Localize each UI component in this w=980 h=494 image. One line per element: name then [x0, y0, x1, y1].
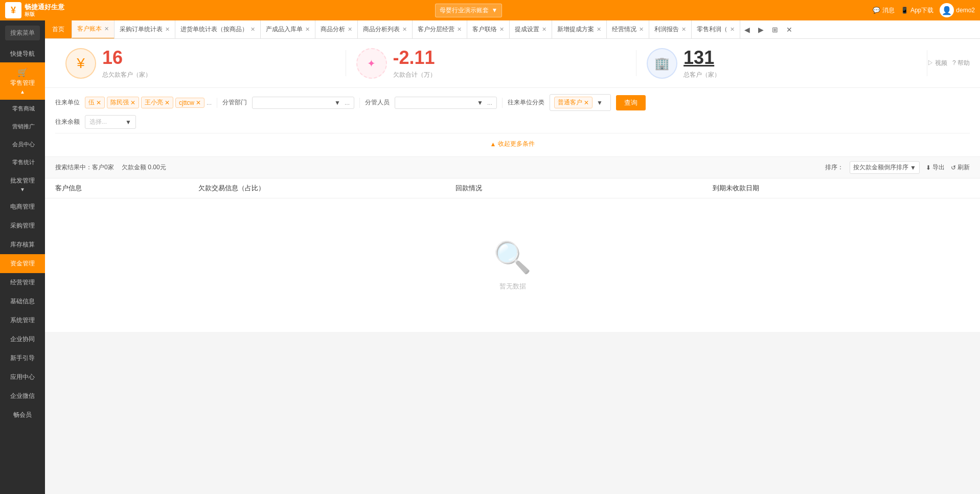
user-profile-btn[interactable]: 👤 demo2 — [940, 3, 975, 17]
tab-profit-report[interactable]: 利润报告 ✕ — [649, 20, 692, 39]
dept-more[interactable]: ... — [345, 99, 350, 106]
logo-area: ¥ 畅捷通好生意 标版 — [5, 2, 64, 18]
tab-close-new-raise[interactable]: ✕ — [597, 26, 601, 33]
sidebar-item-basic-info[interactable]: 基础信息 — [0, 292, 45, 311]
sidebar-item-label-operation: 经营管理 — [10, 278, 35, 287]
tab-close-operation[interactable]: ✕ — [639, 26, 644, 33]
tab-close-stock[interactable]: ✕ — [250, 26, 255, 33]
sidebar-item-new-guide[interactable]: 新手引导 — [0, 349, 45, 368]
tab-product-analysis-list[interactable]: 商品分析列表 ✕ — [358, 20, 413, 39]
customers-icon-symbol: ¥ — [77, 55, 85, 72]
stat-icon-total: 🏢 — [647, 48, 677, 79]
tab-close-customer-account[interactable]: ✕ — [104, 26, 109, 32]
tab-home[interactable]: 首页 — [45, 20, 72, 39]
tab-retail-profit[interactable]: 零售利润（ ✕ — [692, 20, 740, 39]
tab-expand-btn[interactable]: ⊞ — [768, 26, 782, 34]
tag-wu-text: 伍 — [88, 98, 95, 107]
tab-operation-status[interactable]: 经营情况 ✕ — [607, 20, 649, 39]
sidebar-item-batch-mgmt[interactable]: 批发管理 ▼ — [0, 171, 45, 197]
sidebar-item-label-collab: 企业协同 — [10, 335, 35, 344]
sort-select[interactable]: 按欠款金额倒序排序 ▼ — [850, 161, 920, 174]
tab-prev-btn[interactable]: ◀ — [740, 26, 754, 34]
sidebar-item-retail-mall[interactable]: 零售商城 — [0, 100, 45, 118]
sidebar-item-retail-stats[interactable]: 零售统计 — [0, 153, 45, 171]
sidebar-item-enterprise-collab[interactable]: 企业协同 — [0, 330, 45, 349]
tab-close-product[interactable]: ✕ — [305, 26, 310, 33]
refresh-label: 刷新 — [958, 163, 970, 172]
sidebar-item-purchase[interactable]: 采购管理 — [0, 216, 45, 235]
tab-product-stock-in[interactable]: 产成品入库单 ✕ — [261, 20, 315, 39]
query-btn[interactable]: 查询 — [616, 95, 646, 110]
tag-wu-remove[interactable]: ✕ — [96, 99, 101, 106]
tab-close-analysis[interactable]: ✕ — [348, 26, 352, 33]
collapse-btn[interactable]: ▲ 收起更多条件 — [485, 138, 540, 150]
logo-text: 畅捷通好生意 标版 — [25, 3, 64, 17]
tab-raise-settings[interactable]: 提成设置 ✕ — [510, 20, 552, 39]
stat-block-total-customers: 🏢 131 总客户（家） — [636, 47, 927, 79]
app-download-btn[interactable]: 📱 App下载 — [901, 6, 933, 15]
tab-close-contact[interactable]: ✕ — [499, 26, 504, 33]
tab-new-raise-plan[interactable]: 新增提成方案 ✕ — [552, 20, 607, 39]
stat-video-help: ▷ 视频 ? 帮助 — [927, 59, 970, 68]
balance-select[interactable]: 选择... ▼ — [85, 115, 136, 129]
tab-analysis-list-label: 商品分析列表 — [363, 25, 400, 34]
tag-cjttcw-remove[interactable]: ✕ — [196, 99, 201, 106]
tab-close-retail-profit[interactable]: ✕ — [730, 26, 735, 33]
message-btn[interactable]: 💬 消息 — [873, 6, 895, 15]
stat-block-customers: ¥ 16 总欠款客户（家） — [55, 47, 346, 79]
tag-chen-remove[interactable]: ✕ — [130, 99, 135, 106]
tab-stock-stats[interactable]: 进货单统计表（按商品） ✕ — [175, 20, 261, 39]
sidebar-item-app-center[interactable]: 应用中心 — [0, 368, 45, 387]
unit-class-select[interactable]: 普通客户 ✕ ▼ — [550, 94, 611, 111]
tag-wang-remove[interactable]: ✕ — [165, 99, 170, 106]
unit-class-tag: 普通客户 ✕ — [554, 97, 592, 108]
dept-select[interactable]: ▼ ... — [252, 97, 354, 109]
tab-customer-account-label: 客户账本 — [77, 25, 102, 33]
sidebar-item-enterprise-wechat[interactable]: 企业微信 — [0, 387, 45, 406]
owe-icon-symbol: ✦ — [367, 57, 376, 70]
sidebar-item-ecommerce[interactable]: 电商管理 — [0, 197, 45, 216]
video-btn[interactable]: ▷ 视频 — [927, 59, 947, 68]
tab-close-raise[interactable]: ✕ — [542, 26, 546, 33]
app-container: ¥ 畅捷通好生意 标版 母婴行业演示账套 ▼ 💬 消息 📱 App下载 — [0, 0, 980, 494]
sidebar-item-system[interactable]: 系统管理 — [0, 311, 45, 330]
sidebar-item-retail[interactable]: 🛒 零售管理 ▲ — [0, 62, 45, 100]
search-result-bar: 搜索结果中：客户0家 欠款金额 0.00元 排序： 按欠款金额倒序排序 ▼ ⬇ … — [45, 157, 980, 178]
stats-area: ¥ 16 总欠款客户（家） ✦ — [45, 39, 980, 88]
tab-close-all-btn[interactable]: ✕ — [782, 26, 796, 34]
stat-text-owe: -2.11 欠款合计（万） — [393, 47, 436, 79]
tab-customer-tier[interactable]: 客户分层经营 ✕ — [413, 20, 467, 39]
person-more[interactable]: ... — [487, 99, 492, 106]
tab-operation-label: 经营情况 — [612, 25, 636, 34]
tab-customer-account[interactable]: 客户账本 ✕ — [72, 20, 115, 39]
export-icon: ⬇ — [926, 164, 931, 171]
tab-close-profit[interactable]: ✕ — [681, 26, 686, 33]
help-btn[interactable]: ? 帮助 — [952, 59, 970, 68]
tab-customer-contact[interactable]: 客户联络 ✕ — [467, 20, 510, 39]
filter-tag-wang: 王小亮 ✕ — [141, 97, 173, 108]
quick-nav-btn[interactable]: 快捷导航 — [0, 46, 45, 62]
col-customer-info: 客户信息 — [55, 184, 198, 193]
tab-next-btn[interactable]: ▶ — [754, 26, 768, 34]
filter-more-btn[interactable]: ... — [207, 99, 212, 106]
sidebar-item-label-purchase: 采购管理 — [10, 221, 35, 230]
tab-product-analysis[interactable]: 商品分析 ✕ — [315, 20, 358, 39]
sidebar-item-finance[interactable]: 资金管理 — [0, 254, 45, 273]
sidebar-item-operation[interactable]: 经营管理 — [0, 273, 45, 292]
filter-row-1: 往来单位 伍 ✕ 陈民强 ✕ 王小亮 — [55, 94, 970, 111]
tab-purchase-order-stats[interactable]: 采购订单统计表 ✕ — [115, 20, 175, 39]
tab-close-tier[interactable]: ✕ — [457, 26, 462, 33]
tab-close-analysis-list[interactable]: ✕ — [402, 26, 407, 33]
person-select[interactable]: ▼ ... — [395, 97, 497, 109]
sidebar-item-member[interactable]: 会员中心 — [0, 136, 45, 153]
search-menu-btn[interactable]: 搜索菜单 — [5, 26, 40, 40]
store-selector[interactable]: 母婴行业演示账套 ▼ — [435, 4, 503, 17]
export-btn[interactable]: ⬇ 导出 — [926, 163, 945, 172]
refresh-btn[interactable]: ↺ 刷新 — [951, 163, 970, 172]
tab-close-purchase[interactable]: ✕ — [165, 26, 170, 33]
tab-new-raise-label: 新增提成方案 — [557, 25, 594, 34]
sidebar-item-marketing[interactable]: 营销推广 — [0, 118, 45, 136]
unit-class-remove[interactable]: ✕ — [584, 99, 589, 106]
sidebar-item-inventory[interactable]: 库存核算 — [0, 235, 45, 254]
sidebar-item-vip[interactable]: 畅会员 — [0, 406, 45, 424]
